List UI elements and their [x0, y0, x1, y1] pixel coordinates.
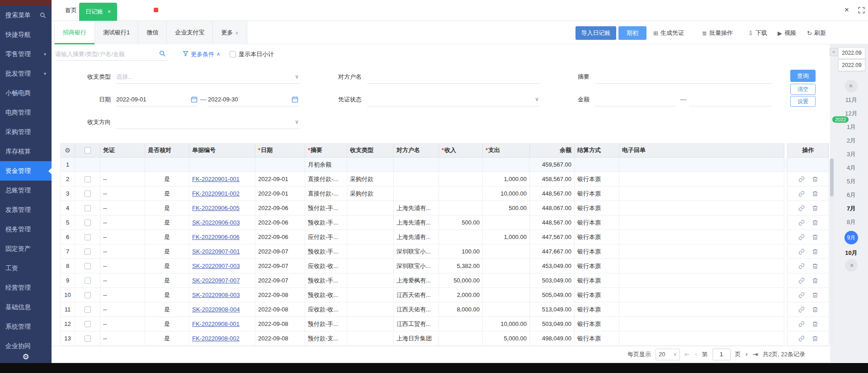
- video-button[interactable]: ▶ 视频: [778, 26, 796, 40]
- delete-icon[interactable]: [812, 292, 818, 298]
- month-item[interactable]: 1月: [847, 122, 856, 132]
- sidebar-item[interactable]: 总账管理: [0, 181, 52, 200]
- month-item[interactable]: 6月: [847, 190, 856, 200]
- amount-from-input[interactable]: [595, 93, 676, 106]
- row-checkbox[interactable]: [85, 306, 91, 313]
- period-box-1[interactable]: 2022.09: [838, 47, 865, 59]
- row-checkbox[interactable]: [85, 205, 91, 211]
- doc-no-link[interactable]: SK-20220906-003: [192, 219, 240, 226]
- tab-journal[interactable]: 日记账 ×: [79, 3, 117, 21]
- sidebar-item[interactable]: 资金管理: [0, 161, 52, 181]
- month-item[interactable]: 5月: [847, 177, 856, 186]
- doc-no-link[interactable]: SK-20220908-003: [192, 292, 240, 298]
- delete-icon[interactable]: [812, 220, 818, 226]
- sidebar-item[interactable]: 库存核算: [0, 142, 52, 161]
- next-page-button[interactable]: ›: [745, 350, 748, 359]
- doc-no-link[interactable]: FK-20220901-001: [192, 176, 240, 182]
- month-item[interactable]: 4月: [847, 163, 856, 173]
- direction-select[interactable]: ∨: [116, 115, 300, 129]
- month-item[interactable]: 10月: [845, 248, 857, 258]
- sidebar-item[interactable]: 基础信息: [0, 297, 52, 317]
- bank-tab[interactable]: 招商银行: [55, 21, 95, 44]
- tab-home[interactable]: 首页: [65, 0, 77, 21]
- prev-page-button[interactable]: ‹: [695, 350, 698, 359]
- link-icon[interactable]: [798, 234, 805, 240]
- date-to-input[interactable]: 2022-09-30: [208, 93, 298, 106]
- month-item[interactable]: 7月: [847, 204, 856, 214]
- sidebar-item[interactable]: 电商管理: [0, 103, 52, 122]
- sidebar-item[interactable]: 采购管理: [0, 122, 52, 142]
- select-all-checkbox[interactable]: [85, 147, 91, 153]
- clear-button[interactable]: 清空: [790, 84, 816, 95]
- sidebar-item[interactable]: 系统管理: [0, 317, 52, 336]
- sidebar-item[interactable]: 税务管理: [0, 220, 52, 239]
- doc-no-link[interactable]: FK-20220906-005: [192, 205, 240, 211]
- gear-icon[interactable]: ⚙: [65, 147, 71, 154]
- doc-no-link[interactable]: FK-20220908-001: [192, 320, 240, 327]
- row-checkbox[interactable]: [85, 191, 91, 197]
- sidebar-item[interactable]: 经营管理: [0, 278, 52, 297]
- refresh-button[interactable]: ↻ 刷新: [807, 26, 826, 40]
- delete-icon[interactable]: [812, 205, 818, 211]
- month-item[interactable]: 8月: [847, 217, 856, 227]
- tab-close-icon[interactable]: ×: [108, 9, 111, 15]
- row-checkbox[interactable]: [85, 263, 91, 269]
- delete-icon[interactable]: [812, 176, 818, 182]
- window-close-icon[interactable]: ×: [844, 5, 849, 14]
- daily-subtotal-checkbox[interactable]: [230, 51, 236, 57]
- row-checkbox[interactable]: [85, 321, 91, 327]
- doc-no-link[interactable]: FK-20220901-002: [192, 190, 240, 197]
- amount-to-input[interactable]: [689, 93, 772, 106]
- link-icon[interactable]: [798, 220, 805, 226]
- delete-icon[interactable]: [812, 321, 818, 327]
- first-page-button[interactable]: ⇤: [684, 350, 690, 359]
- row-checkbox[interactable]: [85, 335, 91, 342]
- search-input[interactable]: [55, 48, 168, 61]
- row-checkbox[interactable]: [85, 176, 91, 182]
- delete-icon[interactable]: [812, 335, 818, 342]
- sidebar-item[interactable]: 固定资产: [0, 239, 52, 258]
- month-item[interactable]: 9月: [844, 231, 858, 244]
- fullscreen-icon[interactable]: [858, 7, 865, 15]
- link-icon[interactable]: [798, 263, 805, 269]
- sidebar-item[interactable]: 发票管理: [0, 200, 52, 220]
- daily-subtotal-option[interactable]: 显示本日小计: [230, 48, 274, 61]
- income-expense-type-select[interactable]: 选择... ∨: [116, 70, 300, 84]
- period-box-2[interactable]: 2022.09: [838, 59, 865, 71]
- collapse-panel-button[interactable]: »: [830, 48, 838, 56]
- delete-icon[interactable]: [812, 277, 818, 284]
- row-checkbox[interactable]: [85, 220, 91, 226]
- bank-tab[interactable]: 更多∨: [213, 21, 246, 44]
- calendar-icon[interactable]: [292, 96, 298, 103]
- per-page-select[interactable]: 20 ∨: [656, 349, 680, 360]
- doc-no-link[interactable]: SK-20220907-007: [192, 277, 240, 284]
- delete-icon[interactable]: [812, 191, 818, 197]
- link-icon[interactable]: [798, 335, 805, 342]
- scrollbar-thumb[interactable]: [830, 158, 834, 196]
- link-icon[interactable]: [798, 292, 805, 298]
- delete-icon[interactable]: [812, 263, 818, 269]
- download-button[interactable]: ⇩ 下载: [748, 26, 767, 40]
- doc-no-link[interactable]: SK-20220908-004: [192, 306, 240, 313]
- calendar-icon[interactable]: [191, 96, 198, 103]
- counterparty-input[interactable]: [367, 70, 540, 84]
- month-item[interactable]: 3月: [847, 149, 856, 159]
- month-item[interactable]: 11月: [845, 95, 858, 105]
- row-checkbox[interactable]: [85, 249, 91, 255]
- summary-input[interactable]: [595, 70, 772, 84]
- bank-tab[interactable]: 企业支付宝: [167, 21, 213, 44]
- voucher-status-select[interactable]: ∨: [367, 93, 540, 106]
- months-scroll-down-button[interactable]: «: [845, 259, 858, 272]
- link-icon[interactable]: [798, 205, 805, 211]
- more-conditions-toggle[interactable]: 更多条件 ∧: [183, 48, 220, 61]
- link-icon[interactable]: [798, 191, 805, 197]
- page-input[interactable]: [712, 349, 731, 360]
- settings-gear-icon[interactable]: ⚙: [0, 352, 52, 361]
- row-checkbox[interactable]: [85, 234, 91, 240]
- row-checkbox[interactable]: [85, 292, 91, 298]
- doc-no-link[interactable]: FK-20220906-006: [192, 234, 240, 240]
- import-journal-button[interactable]: 导入日记账: [576, 26, 616, 40]
- doc-no-link[interactable]: FK-20220908-002: [192, 335, 240, 342]
- doc-no-link[interactable]: SK-20220907-001: [192, 248, 240, 255]
- sidebar-item[interactable]: 工资: [0, 258, 52, 278]
